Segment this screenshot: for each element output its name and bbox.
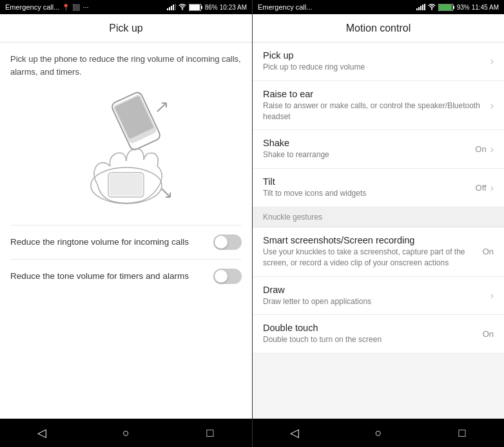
svg-point-20	[431, 9, 432, 10]
shake-chevron: ›	[490, 144, 494, 155]
menu-item-draw[interactable]: Draw Draw letter to open applications ›	[253, 277, 504, 316]
pickup-chevron: ›	[490, 55, 494, 67]
svg-rect-4	[175, 4, 176, 10]
left-title-bar: Pick up	[0, 14, 252, 43]
left-app-name: Emergency call...	[5, 3, 59, 11]
double-touch-title: Double touch	[263, 323, 478, 333]
right-status-left: Emergency call...	[258, 3, 312, 11]
svg-rect-18	[422, 5, 423, 10]
left-signal-icon	[167, 4, 176, 10]
draw-title: Draw	[263, 285, 485, 295]
shake-sub: Shake to rearrange	[263, 149, 470, 160]
right-back-button[interactable]: ◁	[275, 426, 314, 440]
raise-chevron: ›	[490, 100, 494, 111]
left-home-button[interactable]: ○	[106, 426, 145, 440]
right-wifi-icon	[427, 4, 436, 10]
right-status-bar: Emergency call... 93% 11:45	[253, 0, 504, 14]
shake-value: On	[475, 144, 486, 154]
right-status-right: 93% 11:45 AM	[416, 4, 499, 11]
svg-rect-1	[169, 7, 170, 10]
right-home-button[interactable]: ○	[359, 426, 398, 440]
menu-item-shake[interactable]: Shake Shake to rearrange On ›	[253, 130, 504, 169]
pickup-sub: Pick up to reduce ring volume	[263, 62, 485, 73]
left-battery-pct: 86%	[205, 4, 218, 11]
svg-rect-14	[110, 174, 142, 196]
menu-item-screenshot[interactable]: Smart screenshots/Screen recording Use y…	[253, 227, 504, 277]
right-time: 11:45 AM	[472, 4, 499, 11]
left-recent-button[interactable]: □	[191, 426, 229, 440]
svg-rect-19	[424, 4, 425, 10]
tilt-value: Off	[476, 183, 487, 193]
toggle-ringtone-label: Reduce the ringtone volume for incoming …	[10, 236, 213, 249]
double-touch-sub: Double touch to turn on the screen	[263, 334, 478, 345]
right-content: Pick up Pick up to reduce ring volume › …	[253, 43, 504, 419]
right-phone: Emergency call... 93% 11:45	[252, 0, 504, 447]
tilt-sub: Tilt to move icons and widgets	[263, 188, 470, 199]
left-dots-icon: ···	[82, 3, 88, 11]
toggle-timer[interactable]	[213, 269, 242, 284]
left-time: 10:23 AM	[220, 4, 247, 11]
menu-item-pickup[interactable]: Pick up Pick up to reduce ring volume ›	[253, 43, 504, 81]
svg-rect-22	[453, 6, 454, 9]
screenshot-value: On	[483, 247, 494, 256]
draw-chevron: ›	[490, 290, 494, 301]
raise-sub: Raise to answer or make calls, or contro…	[263, 100, 485, 122]
right-signal-icon	[416, 4, 425, 10]
pickup-description: Pick up the phone to reduce the ring vol…	[10, 53, 242, 78]
menu-item-double-touch[interactable]: Double touch Double touch to turn on the…	[253, 315, 504, 354]
menu-item-raise[interactable]: Raise to ear Raise to answer or make cal…	[253, 81, 504, 131]
hand-phone-svg	[62, 89, 191, 211]
left-status-right: 86% 10:23 AM	[167, 4, 247, 11]
svg-rect-23	[439, 5, 452, 10]
left-content: Pick up the phone to reduce the ring vol…	[0, 43, 252, 419]
svg-point-5	[182, 9, 183, 10]
right-nav-bar: ◁ ○ □	[253, 419, 504, 447]
screenshot-sub: Use your knuckles to take a screenshot, …	[263, 247, 478, 269]
toggle-timer-label: Reduce the tone volume for timers and al…	[10, 271, 213, 283]
svg-rect-17	[420, 6, 422, 10]
svg-rect-3	[173, 5, 174, 10]
svg-rect-8	[189, 5, 200, 10]
svg-rect-2	[171, 6, 172, 10]
pickup-title: Pick up	[263, 50, 485, 61]
left-location-icon: 📍	[62, 4, 70, 11]
right-title: Motion control	[346, 23, 411, 34]
left-phone: Emergency call... 📍 ⬛ ···	[0, 0, 252, 447]
svg-rect-16	[418, 7, 420, 10]
tilt-title: Tilt	[263, 176, 470, 187]
toggle-ringtone[interactable]	[213, 234, 242, 250]
right-title-bar: Motion control	[253, 14, 504, 43]
left-title: Pick up	[109, 23, 142, 34]
left-status-bar: Emergency call... 📍 ⬛ ···	[0, 0, 252, 14]
left-notification-icon: ⬛	[72, 4, 80, 11]
pickup-illustration	[10, 86, 242, 214]
svg-rect-7	[201, 6, 202, 9]
screenshot-title: Smart screenshots/Screen recording	[263, 235, 478, 245]
toggle-row-ringtone: Reduce the ringtone volume for incoming …	[10, 225, 242, 259]
svg-rect-0	[167, 8, 168, 10]
section-knuckle: Knuckle gestures	[253, 207, 504, 227]
right-app-name: Emergency call...	[258, 3, 312, 11]
right-battery-pct: 93%	[457, 4, 470, 11]
shake-title: Shake	[263, 138, 470, 148]
right-battery-icon	[438, 4, 455, 11]
left-wifi-icon	[178, 4, 187, 10]
right-recent-button[interactable]: □	[443, 426, 481, 440]
double-touch-value: On	[483, 329, 494, 339]
raise-title: Raise to ear	[263, 89, 485, 99]
toggle-row-timer: Reduce the tone volume for timers and al…	[10, 259, 242, 293]
left-battery-icon	[189, 4, 203, 11]
draw-sub: Draw letter to open applications	[263, 296, 485, 307]
left-back-button[interactable]: ◁	[23, 426, 61, 440]
left-status-left: Emergency call... 📍 ⬛ ···	[5, 3, 89, 11]
menu-item-tilt[interactable]: Tilt Tilt to move icons and widgets Off …	[253, 169, 504, 207]
svg-rect-15	[416, 8, 418, 10]
tilt-chevron: ›	[490, 182, 494, 194]
left-nav-bar: ◁ ○ □	[0, 419, 252, 447]
